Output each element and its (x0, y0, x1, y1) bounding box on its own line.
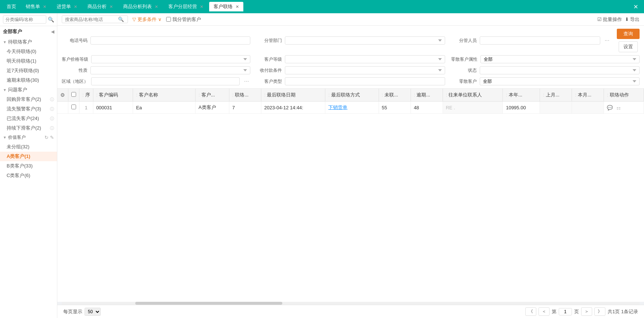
triangle-icon: ▼ (3, 40, 7, 44)
home-tab[interactable]: 首页 (3, 2, 20, 11)
search-icon[interactable]: 🔍 (118, 17, 124, 22)
customer-grade-select[interactable] (285, 55, 445, 63)
retail-attr-select[interactable]: 全部 (480, 55, 640, 63)
customer-table-area: ⚙ :序 :客户编码 :客户名称 :客户... :联络... :最后联络日期 :… (57, 89, 644, 302)
close-icon[interactable]: ✕ (155, 4, 158, 9)
content-area: 🔍 ▽ 更多条件 ∨ 我分管的客户 ☑ 批量操作 ⬇ 导出 (57, 13, 644, 318)
dept-label: 分管部门 (256, 38, 282, 44)
nature-select[interactable] (90, 66, 250, 74)
action-link-icon[interactable]: ⚏ (616, 105, 621, 110)
batch-operation-button[interactable]: ☑ 批量操作 (597, 16, 622, 23)
sidebar-item-overdue[interactable]: 逾期未联络(30) (0, 75, 57, 85)
prev-page-button[interactable]: ＜ (539, 307, 550, 316)
manager-input[interactable] (480, 36, 600, 45)
gear-icon[interactable]: ⚙ (60, 92, 65, 98)
horizontal-scrollbar-track[interactable] (62, 302, 640, 305)
sidebar-item-repurchase-abnormal[interactable]: 回购异常客户(2) ⓘ (0, 95, 57, 104)
region-dots-button[interactable]: ··· (243, 78, 250, 85)
sidebar-item-7days[interactable]: 近7天待联络(0) (0, 66, 57, 75)
sidebar-item-b-class[interactable]: B类客户(33) (0, 161, 57, 171)
col-customer-code: :客户编码 (93, 89, 133, 102)
sidebar-item-ungrouped[interactable]: 未分组(32) (0, 142, 57, 152)
edit-icon[interactable]: ✎ (50, 135, 54, 140)
last-method-link[interactable]: 下销货单 (328, 105, 347, 110)
refresh-icon[interactable]: ↻ (44, 135, 49, 140)
sidebar-item-declining[interactable]: 持续下滑客户(2) ⓘ (0, 123, 57, 133)
page-number-input[interactable] (559, 308, 572, 315)
close-icon[interactable]: ✕ (43, 4, 46, 9)
table-header-row: ⚙ :序 :客户编码 :客户名称 :客户... :联络... :最后联络日期 :… (57, 89, 644, 102)
manager-label: 分管人员 (451, 38, 477, 44)
phone-label: 电话号码 (62, 38, 87, 44)
page-size-select[interactable]: 50 (85, 308, 101, 316)
horizontal-scrollbar-thumb[interactable] (135, 302, 282, 305)
sidebar-search-button[interactable]: 🔍 (48, 17, 54, 22)
filter-row-dept: 分管部门 (256, 29, 445, 52)
page-size-area: 每页显示 50 (63, 308, 101, 316)
sidebar-item-tomorrow[interactable]: 明天待联络(1) (0, 56, 57, 66)
customer-type-input[interactable] (285, 77, 445, 85)
close-icon[interactable]: ✕ (236, 4, 239, 9)
col-gear: ⚙ (57, 89, 68, 102)
col-not-contacted: :未联... (379, 89, 411, 102)
query-button[interactable]: 查询 (617, 29, 640, 39)
value-group-icons: ↻ ✎ (44, 135, 54, 140)
collapse-icon: ◀ (51, 29, 54, 34)
action-chat-icon[interactable]: 💬 (607, 105, 613, 110)
filter-row-status: 状态 (451, 66, 640, 74)
last-page-button[interactable]: 》 (594, 307, 605, 316)
retail-select[interactable]: 全部 (480, 77, 640, 85)
sidebar-item-c-class[interactable]: C类客户(6) (0, 171, 57, 180)
status-select[interactable] (480, 66, 640, 74)
manager-dots-button[interactable]: ··· (603, 37, 611, 44)
filter-row-phone: 电话号码 (62, 29, 250, 52)
filter-row-manager: 分管人员 ··· 查询 设置 (451, 29, 640, 52)
dept-select[interactable] (285, 36, 445, 45)
sidebar-search-input[interactable] (3, 15, 46, 24)
tab-sales-order[interactable]: 销售单 ✕ (21, 2, 51, 11)
col-actions: :联络动作 (604, 89, 644, 102)
chevron-down-icon: ∨ (158, 17, 162, 22)
sidebar-item-today[interactable]: 今天待联络(0) (0, 47, 57, 56)
close-icon[interactable]: ✕ (200, 4, 203, 9)
region-input[interactable] (91, 77, 240, 85)
tab-product-analysis[interactable]: 商品分析 ✕ (83, 2, 117, 11)
sidebar-group-pending[interactable]: ▼ 待联络客户 (0, 37, 57, 47)
select-all-checkbox[interactable] (71, 92, 76, 97)
payment-label: 收付款条件 (256, 67, 282, 74)
nature-label: 性质 (62, 67, 87, 74)
row-checkbox[interactable] (71, 105, 76, 109)
sidebar-all-customers-header[interactable]: 全部客户 ◀ (0, 26, 57, 37)
tab-purchase-order[interactable]: 进货单 ✕ (52, 2, 82, 11)
export-button[interactable]: ⬇ 导出 (625, 16, 640, 23)
td-name: Ea (133, 102, 196, 114)
search-input[interactable] (65, 17, 117, 22)
sidebar-group-problem[interactable]: ▼ 问题客户 (0, 85, 57, 95)
tab-customer-contact[interactable]: 客户联络 ✕ (209, 2, 243, 11)
customer-table: ⚙ :序 :客户编码 :客户名称 :客户... :联络... :最后联络日期 :… (57, 89, 644, 114)
td-last-method: 下销货单 (325, 102, 379, 114)
window-close-button[interactable]: ✕ (630, 3, 641, 10)
sidebar-group-value[interactable]: ▼ 价值客户 ↻ ✎ (0, 133, 57, 142)
more-conditions-button[interactable]: ▽ 更多条件 ∨ (132, 16, 162, 23)
sidebar-item-loss-warning[interactable]: 流失预警客户(3) ⓘ (0, 104, 57, 114)
retail-label: 零散客户 (451, 78, 477, 85)
info-icon: ⓘ (50, 97, 54, 102)
next-page-button[interactable]: ＞ (581, 307, 592, 316)
my-customers-checkbox[interactable] (166, 17, 171, 22)
sidebar-item-a-class[interactable]: A类客户(1) (0, 152, 57, 161)
tab-product-analysis-list[interactable]: 商品分析列表 ✕ (119, 2, 162, 11)
close-icon[interactable]: ✕ (110, 4, 113, 9)
sidebar-item-lost[interactable]: 已流失客户(24) ⓘ (0, 114, 57, 123)
settings-button[interactable]: 设置 (619, 41, 638, 52)
payment-select[interactable] (285, 66, 445, 74)
price-grade-select[interactable] (91, 55, 250, 63)
phone-input[interactable] (90, 36, 250, 45)
triangle-icon: ▼ (3, 135, 7, 139)
my-customers-filter[interactable]: 我分管的客户 (166, 16, 201, 23)
page-size-label: 每页显示 (63, 308, 82, 315)
tab-customer-tier[interactable]: 客户分层经营 ✕ (164, 2, 208, 11)
col-overdue: :逾期... (411, 89, 443, 102)
close-icon[interactable]: ✕ (74, 4, 77, 9)
first-page-button[interactable]: 《 (525, 307, 536, 316)
